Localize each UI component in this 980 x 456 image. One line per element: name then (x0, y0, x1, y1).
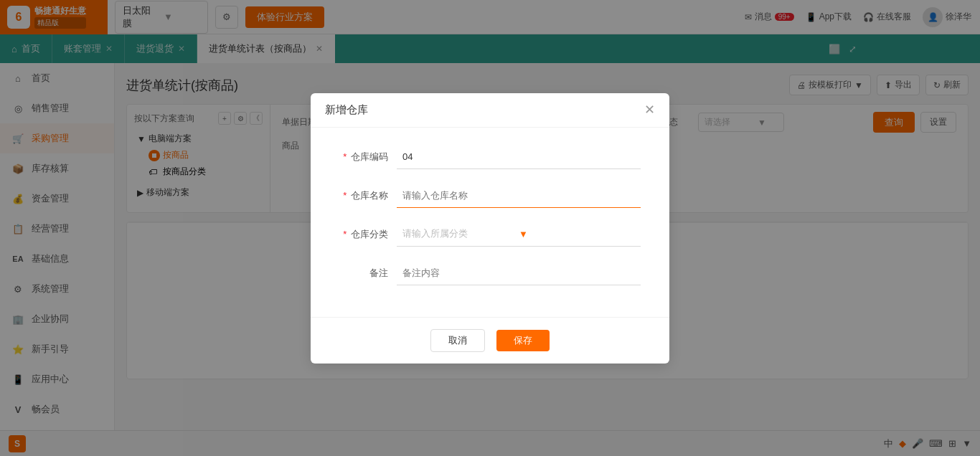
modal-header: 新增仓库 ✕ (311, 93, 669, 128)
code-label: * 仓库编码 (339, 151, 397, 163)
save-button[interactable]: 保存 (496, 330, 550, 351)
name-input[interactable] (397, 184, 641, 208)
form-row-note: 备注 (339, 261, 641, 285)
note-input[interactable] (397, 261, 641, 285)
category-label: * 仓库分类 (339, 228, 397, 241)
modal-title: 新增仓库 (325, 103, 368, 117)
name-label: * 仓库名称 (339, 189, 397, 202)
modal-body: * 仓库编码 * 仓库名称 * 仓库分类 请输入 (311, 128, 669, 317)
modal-overlay[interactable]: 新增仓库 ✕ * 仓库编码 * 仓库名称 (0, 0, 980, 456)
modal-close-btn[interactable]: ✕ (644, 103, 655, 116)
form-row-name: * 仓库名称 (339, 184, 641, 208)
note-label: 备注 (339, 267, 397, 280)
form-row-category: * 仓库分类 请输入所属分类 ▼ (339, 222, 641, 247)
modal-new-warehouse: 新增仓库 ✕ * 仓库编码 * 仓库名称 (311, 93, 669, 364)
form-row-code: * 仓库编码 (339, 145, 641, 169)
category-select[interactable]: 请输入所属分类 ▼ (397, 222, 641, 247)
category-placeholder: 请输入所属分类 (402, 227, 519, 240)
modal-footer: 取消 保存 (311, 317, 669, 364)
code-input[interactable] (397, 145, 641, 169)
category-dropdown-icon: ▼ (519, 229, 635, 239)
cancel-button[interactable]: 取消 (430, 329, 485, 352)
